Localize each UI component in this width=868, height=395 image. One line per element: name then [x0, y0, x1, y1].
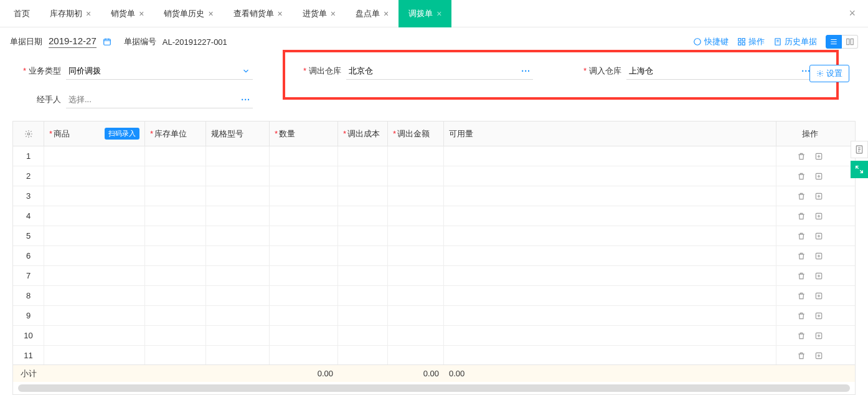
toolbar: 单据日期 2019-12-27 单据编号 AL-20191227-001 快捷键…: [0, 27, 868, 56]
horizontal-scrollbar[interactable]: [18, 384, 850, 392]
tab-sales-order[interactable]: 销货单×: [101, 0, 154, 27]
biz-type-input[interactable]: [66, 62, 253, 80]
list-icon: [829, 37, 838, 46]
svg-point-9: [819, 73, 821, 75]
notes-button[interactable]: [851, 141, 868, 158]
more-icon[interactable]: ···: [521, 66, 531, 76]
subtotal-avail: 0.00: [444, 365, 776, 382]
close-icon[interactable]: ×: [278, 9, 283, 19]
field-in-warehouse: 调入仓库 ···: [570, 62, 813, 80]
add-row-icon[interactable]: [814, 292, 823, 300]
close-icon[interactable]: ×: [208, 9, 213, 19]
tab-bar: 首页 库存期初× 销货单× 销货单历史× 查看销货单× 进货单× 盘点单× 调拨…: [0, 0, 868, 27]
svg-rect-4: [738, 42, 741, 45]
add-row-icon[interactable]: [814, 212, 823, 221]
add-row-icon[interactable]: [814, 272, 823, 280]
row-index: 7: [13, 266, 44, 285]
delete-row-icon[interactable]: [797, 312, 806, 320]
row-index: 9: [13, 306, 44, 325]
document-icon: [773, 37, 782, 46]
biz-type-label: 业务类型: [10, 65, 66, 77]
grid-icon: [737, 37, 746, 46]
svg-point-10: [27, 133, 30, 135]
delete-row-icon[interactable]: [797, 212, 806, 221]
table-row[interactable]: 9: [13, 306, 855, 326]
handler-input[interactable]: [66, 91, 253, 108]
add-row-icon[interactable]: [814, 252, 823, 260]
close-icon[interactable]: ×: [139, 9, 144, 19]
delete-row-icon[interactable]: [797, 272, 806, 280]
history-link[interactable]: 历史单据: [773, 36, 817, 47]
in-wh-input[interactable]: [626, 62, 813, 80]
close-icon[interactable]: ×: [436, 9, 441, 19]
table-row[interactable]: 6: [13, 246, 855, 266]
table-row[interactable]: 2: [13, 166, 855, 186]
svg-rect-7: [846, 39, 849, 44]
row-index: 5: [13, 226, 44, 245]
gear-icon: [816, 70, 824, 77]
view-toggle: [826, 35, 858, 49]
delete-row-icon[interactable]: [797, 232, 806, 240]
table-row[interactable]: 7: [13, 266, 855, 286]
add-row-icon[interactable]: [814, 152, 823, 161]
close-all-icon[interactable]: ×: [840, 7, 864, 20]
table-row[interactable]: 5: [13, 226, 855, 246]
delete-row-icon[interactable]: [797, 351, 806, 360]
calendar-icon[interactable]: [103, 37, 111, 46]
operate-link[interactable]: 操作: [737, 36, 765, 47]
settings-button[interactable]: 设置: [809, 65, 849, 82]
subtotal-label: 小计: [13, 365, 44, 382]
tab-stocktake[interactable]: 盘点单×: [346, 0, 399, 27]
tab-view-sales[interactable]: 查看销货单×: [224, 0, 293, 27]
view-grid-button[interactable]: [842, 35, 858, 49]
add-row-icon[interactable]: [814, 312, 823, 320]
add-row-icon[interactable]: [814, 192, 823, 201]
tab-home[interactable]: 首页: [4, 0, 40, 27]
expand-button[interactable]: [851, 161, 868, 178]
row-index: 4: [13, 206, 44, 226]
add-row-icon[interactable]: [814, 172, 823, 181]
date-value[interactable]: 2019-12-27: [49, 36, 97, 48]
shortcut-link[interactable]: 快捷键: [693, 36, 729, 47]
chevron-down-icon[interactable]: [242, 67, 250, 75]
delete-row-icon[interactable]: [797, 172, 806, 181]
delete-row-icon[interactable]: [797, 292, 806, 300]
add-row-icon[interactable]: [814, 232, 823, 240]
delete-row-icon[interactable]: [797, 192, 806, 201]
tab-transfer[interactable]: 调拨单×: [399, 0, 451, 27]
row-index: 6: [13, 246, 44, 265]
delete-row-icon[interactable]: [797, 252, 806, 260]
table-row[interactable]: 11: [13, 346, 855, 364]
close-icon[interactable]: ×: [331, 9, 336, 19]
add-row-icon[interactable]: [814, 331, 823, 340]
table-row[interactable]: 10: [13, 326, 855, 346]
tab-sales-history[interactable]: 销货单历史×: [154, 0, 223, 27]
close-icon[interactable]: ×: [86, 9, 91, 19]
tab-stock-init[interactable]: 库存期初×: [40, 0, 101, 27]
more-icon[interactable]: ···: [241, 95, 250, 105]
out-wh-input[interactable]: [346, 62, 533, 80]
col-settings[interactable]: [13, 121, 44, 146]
gear-icon: [24, 130, 33, 138]
table-row[interactable]: 3: [13, 186, 855, 206]
field-biz-type: 业务类型: [10, 62, 253, 80]
svg-rect-8: [851, 39, 853, 44]
in-wh-label: 调入仓库: [570, 65, 626, 77]
subtotal-amount: 0.00: [388, 365, 444, 382]
scan-badge[interactable]: 扫码录入: [105, 128, 139, 140]
add-row-icon[interactable]: [814, 351, 823, 360]
delete-row-icon[interactable]: [797, 331, 806, 340]
table-row[interactable]: 4: [13, 206, 855, 226]
col-unit: *库存单位: [145, 121, 206, 146]
tab-purchase[interactable]: 进货单×: [293, 0, 346, 27]
view-list-button[interactable]: [826, 35, 842, 49]
table-row[interactable]: 8: [13, 286, 855, 306]
form-area: 业务类型 调出仓库 ··· 调入仓库 ··· 经手人 ···: [0, 56, 868, 121]
close-icon[interactable]: ×: [384, 9, 389, 19]
side-tools: [851, 141, 868, 181]
note-icon: [854, 145, 864, 155]
out-wh-label: 调出仓库: [290, 65, 346, 77]
delete-row-icon[interactable]: [797, 152, 806, 161]
table-row[interactable]: 1: [13, 146, 855, 166]
doc-no-value: AL-20191227-001: [163, 37, 227, 47]
